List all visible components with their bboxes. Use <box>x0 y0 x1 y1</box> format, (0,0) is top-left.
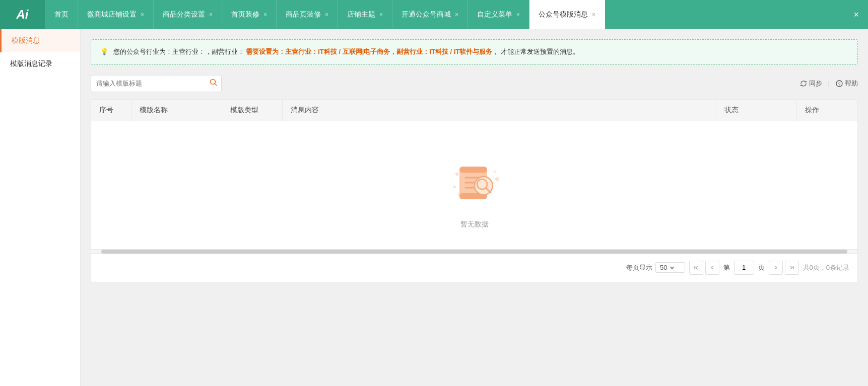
sidebar-item-0[interactable]: 模版消息 <box>0 29 80 52</box>
empty-text: 暂无数据 <box>460 220 489 229</box>
last-page-button[interactable] <box>785 261 799 275</box>
sync-label: 同步 <box>809 79 822 88</box>
page-nav: 第 页 <box>689 261 799 275</box>
nav-tab-close-1[interactable]: × <box>141 11 144 18</box>
nav-tab-close-5[interactable]: × <box>379 11 383 18</box>
divider: | <box>828 80 830 87</box>
search-left <box>91 75 222 92</box>
per-page-select[interactable]: 50 <box>655 262 685 273</box>
th-2: 模版类型 <box>222 100 283 121</box>
notice-icon: 💡 <box>100 48 108 55</box>
svg-point-17 <box>453 185 455 188</box>
chevron-down-icon <box>670 265 675 270</box>
help-label: 帮助 <box>845 79 858 88</box>
th-4: 状态 <box>716 100 797 121</box>
sync-button[interactable]: 同步 <box>800 79 822 88</box>
logo: Ai <box>0 0 45 29</box>
th-0: 序号 <box>91 100 131 121</box>
page-total: 共0页，0条记录 <box>803 263 849 272</box>
svg-point-15 <box>494 171 496 173</box>
prev-page-button[interactable] <box>705 261 719 275</box>
empty-icon <box>444 151 505 212</box>
sync-icon <box>800 80 807 87</box>
nav-tab-1[interactable]: 微商城店铺设置× <box>78 0 154 29</box>
help-icon: ? <box>836 80 843 87</box>
content-area: 💡 您的公众号行业为：主营行业：，副营行业： 需要设置为：主营行业：IT科技 /… <box>81 29 868 386</box>
notice-suffix: 才能正常发送预置的消息。 <box>501 48 579 55</box>
per-page-label: 每页显示 <box>626 263 652 272</box>
scrollbar-thumb[interactable] <box>101 250 847 254</box>
search-bar: 同步 | ? 帮助 <box>91 75 858 92</box>
th-3: 消息内容 <box>283 100 716 121</box>
close-all-button[interactable]: × <box>844 10 868 20</box>
top-nav: Ai 首页微商城店铺设置×商品分类设置×首页装修×商品页装修×店铺主题×开通公众… <box>0 0 868 29</box>
svg-text:?: ? <box>838 82 841 87</box>
per-page-value: 50 <box>660 264 667 271</box>
svg-point-14 <box>455 173 458 176</box>
notice-prefix: 您的公众号行业为：主营行业：，副营行业： <box>113 48 244 55</box>
search-input-wrap <box>91 75 222 92</box>
sidebar-item-1[interactable]: 模版消息记录 <box>0 52 80 75</box>
page-unit: 页 <box>758 263 765 272</box>
help-button[interactable]: ? 帮助 <box>836 79 858 88</box>
table: 序号模版名称模版类型消息内容状态操作 <box>91 99 858 282</box>
svg-point-16 <box>495 177 499 181</box>
scrollbar-area <box>91 249 857 253</box>
search-right: 同步 | ? 帮助 <box>800 79 858 88</box>
nav-tab-close-7[interactable]: × <box>516 11 520 18</box>
page-input[interactable] <box>734 261 754 275</box>
notice-box: 💡 您的公众号行业为：主营行业：，副营行业： 需要设置为：主营行业：IT科技 /… <box>91 39 858 65</box>
nav-tab-close-8[interactable]: × <box>592 11 595 18</box>
main-layout: 模版消息模版消息记录 💡 您的公众号行业为：主营行业：，副营行业： 需要设置为：… <box>0 29 868 386</box>
pagination: 每页显示 50 第 <box>91 253 857 282</box>
search-input[interactable] <box>91 75 222 92</box>
notice-highlight: 需要设置为：主营行业：IT科技 / 互联网|电子商务，副营行业：IT科技 / I… <box>246 48 499 55</box>
nav-tab-8[interactable]: 公众号模版消息× <box>529 0 605 29</box>
svg-rect-6 <box>459 167 487 173</box>
nav-tab-0[interactable]: 首页 <box>45 0 78 29</box>
search-icon <box>210 79 218 87</box>
empty-state: 暂无数据 <box>91 121 857 249</box>
page-size-select: 每页显示 50 <box>626 262 685 273</box>
nav-tab-close-4[interactable]: × <box>325 11 328 18</box>
nav-tab-3[interactable]: 首页装修× <box>222 0 277 29</box>
page-label: 第 <box>723 263 730 272</box>
svg-line-1 <box>215 84 217 86</box>
th-5: 操作 <box>797 100 857 121</box>
nav-tab-close-2[interactable]: × <box>209 11 213 18</box>
nav-tab-close-6[interactable]: × <box>455 11 458 18</box>
table-header: 序号模版名称模版类型消息内容状态操作 <box>91 100 857 121</box>
first-page-button[interactable] <box>689 261 703 275</box>
search-button[interactable] <box>210 79 218 89</box>
nav-tab-2[interactable]: 商品分类设置× <box>154 0 222 29</box>
next-page-button[interactable] <box>769 261 783 275</box>
nav-tab-7[interactable]: 自定义菜单× <box>468 0 529 29</box>
sidebar: 模版消息模版消息记录 <box>0 29 81 386</box>
nav-tab-6[interactable]: 开通公众号商城× <box>392 0 468 29</box>
nav-tab-5[interactable]: 店铺主题× <box>338 0 392 29</box>
nav-tab-close-3[interactable]: × <box>263 11 267 18</box>
th-1: 模版名称 <box>131 100 222 121</box>
nav-tab-4[interactable]: 商品页装修× <box>277 0 338 29</box>
